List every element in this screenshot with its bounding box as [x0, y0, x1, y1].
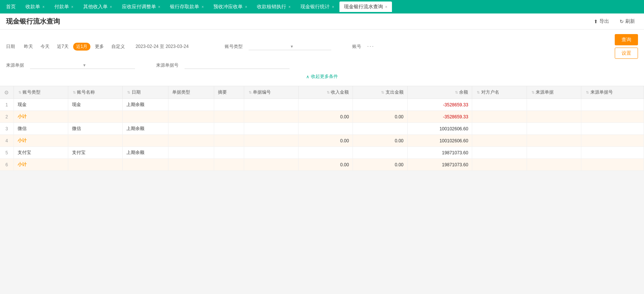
date-btn-yesterday[interactable]: 昨天	[21, 43, 36, 51]
date-btn-custom[interactable]: 自定义	[108, 43, 128, 51]
source-doc-no-input[interactable]	[185, 62, 290, 69]
close-icon[interactable]: ×	[288, 5, 291, 9]
close-icon[interactable]: ×	[332, 5, 334, 9]
cell-balance: -3528659.33	[407, 111, 472, 123]
cell-date	[123, 111, 168, 123]
cell-account-name	[68, 111, 122, 123]
cell-summary	[214, 111, 244, 123]
page-title: 现金银行流水查询	[6, 17, 60, 26]
cell-doc-no	[244, 123, 298, 135]
source-doc-no-label: 来源单据号	[156, 62, 179, 69]
refresh-button[interactable]: ↻ 刷新	[617, 16, 638, 26]
col-income: ⇅ 收入金额	[298, 86, 353, 99]
cell-counterpart	[472, 147, 527, 159]
sort-icon[interactable]: ⇅	[455, 90, 458, 94]
gear-icon[interactable]: ⚙	[4, 90, 9, 96]
cell-income: 0.00	[298, 111, 353, 123]
nav-item-cash-stats[interactable]: 现金银行统计 ×	[296, 1, 339, 12]
cell-account-name: 支付宝	[68, 147, 122, 159]
nav-item-payment[interactable]: 付款单 ×	[50, 1, 78, 12]
cell-income	[298, 99, 353, 111]
date-btn-more[interactable]: 更多	[92, 43, 107, 51]
col-source-doc: ⇅ 来源单据	[527, 86, 581, 99]
cell-expense: 0.00	[353, 111, 407, 123]
chevron-down-icon: ▾	[291, 44, 330, 49]
nav-item-home[interactable]: 首页	[2, 1, 20, 12]
sort-icon[interactable]: ⇅	[531, 90, 534, 94]
sort-icon[interactable]: ⇅	[249, 90, 252, 94]
close-icon[interactable]: ×	[110, 5, 112, 9]
sort-icon[interactable]: ⇅	[73, 90, 76, 94]
cell-doc-no	[244, 135, 298, 147]
table-row: 1 现金 现金 上期余额 -3528659.33	[0, 99, 644, 111]
cell-source-doc	[527, 99, 581, 111]
cell-balance: 19871073.60	[407, 147, 472, 159]
close-icon[interactable]: ×	[385, 5, 387, 9]
col-balance: ⇅ 余额	[407, 86, 472, 99]
source-doc-label: 来源单据	[6, 62, 24, 69]
header-actions: ⬆ 导出 ↻ 刷新	[591, 16, 638, 26]
source-doc-select[interactable]: ▾	[30, 62, 135, 69]
date-range-display: 2023-02-24 至 2023-03-24	[135, 43, 188, 50]
sort-icon[interactable]: ⇅	[327, 90, 330, 94]
query-button[interactable]: 查询	[615, 34, 638, 45]
account-label: 账号	[352, 43, 361, 50]
cell-balance: 100102606.60	[407, 123, 472, 135]
cell-doc-no	[244, 111, 298, 123]
cell-doc-type	[168, 135, 214, 147]
cell-source-doc-no	[581, 159, 644, 171]
account-more-button[interactable]: ···	[367, 43, 374, 50]
cell-doc-type	[168, 111, 214, 123]
date-options: 昨天 今天 近7天 近1月 更多 自定义	[21, 43, 128, 51]
col-date: ⇅ 日期	[123, 86, 168, 99]
chevron-down-icon-2: ▾	[83, 63, 134, 68]
nav-item-other-income[interactable]: 其他收入单 ×	[79, 1, 117, 12]
table-row: 3 微信 微信 上期余额 100102606.60	[0, 123, 644, 135]
close-icon[interactable]: ×	[158, 5, 161, 9]
nav-item-adjustment[interactable]: 应收应付调整单 ×	[117, 1, 165, 12]
date-btn-1month[interactable]: 近1月	[73, 43, 91, 51]
nav-item-cash-flow[interactable]: 现金银行流水查询 ×	[339, 1, 392, 12]
sort-icon[interactable]: ⇅	[381, 90, 384, 94]
cell-income: 0.00	[298, 159, 353, 171]
nav-item-bank-deposit[interactable]: 银行存取款单 ×	[165, 1, 208, 12]
cell-date	[123, 135, 168, 147]
export-button[interactable]: ⬆ 导出	[591, 16, 612, 26]
date-btn-today[interactable]: 今天	[38, 43, 53, 51]
cell-doc-no	[244, 99, 298, 111]
close-icon[interactable]: ×	[245, 5, 247, 9]
sort-icon[interactable]: ⇅	[18, 90, 21, 94]
cell-doc-type	[168, 99, 214, 111]
nav-item-prepay[interactable]: 预收冲应收单 ×	[209, 1, 252, 12]
account-type-select[interactable]: ▾	[249, 43, 331, 50]
sort-icon[interactable]: ⇅	[127, 90, 130, 94]
col-doc-no: ⇅ 单据编号	[244, 86, 298, 99]
cell-source-doc-no	[581, 123, 644, 135]
cell-account-type: 小计	[14, 159, 68, 171]
table-row: 2 小计 0.00 0.00 -3528659.33	[0, 111, 644, 123]
cell-expense	[353, 123, 407, 135]
account-type-label: 账号类型	[225, 43, 243, 50]
close-icon[interactable]: ×	[71, 5, 74, 9]
date-btn-7days[interactable]: 近7天	[54, 43, 72, 51]
nav-item-receipt[interactable]: 收款单 ×	[21, 1, 49, 12]
nav-item-write-off[interactable]: 收款核销执行 ×	[252, 1, 295, 12]
cell-date: 上期余额	[123, 99, 168, 111]
cell-doc-no	[244, 147, 298, 159]
close-icon[interactable]: ×	[42, 5, 45, 9]
table-row: 4 小计 0.00 0.00 100102606.60	[0, 135, 644, 147]
row-index: 4	[0, 135, 14, 147]
cell-account-name	[68, 135, 122, 147]
sort-icon[interactable]: ⇅	[586, 90, 589, 94]
export-icon: ⬆	[594, 19, 598, 24]
cell-account-type: 小计	[14, 111, 68, 123]
settings-button[interactable]: 设置	[615, 48, 638, 59]
cell-doc-type	[168, 123, 214, 135]
close-icon[interactable]: ×	[201, 5, 204, 9]
action-buttons: 查询 设置	[615, 34, 638, 59]
sort-icon[interactable]: ⇅	[477, 90, 480, 94]
table-header: ⚙ ⇅ 账号类型 ⇅ 账号名称 ⇅ 日期 单据类型 摘要	[0, 86, 644, 99]
cell-income	[298, 123, 353, 135]
col-settings[interactable]: ⚙	[0, 86, 14, 99]
collapse-bar[interactable]: ∧ 收起更多条件	[6, 72, 638, 81]
